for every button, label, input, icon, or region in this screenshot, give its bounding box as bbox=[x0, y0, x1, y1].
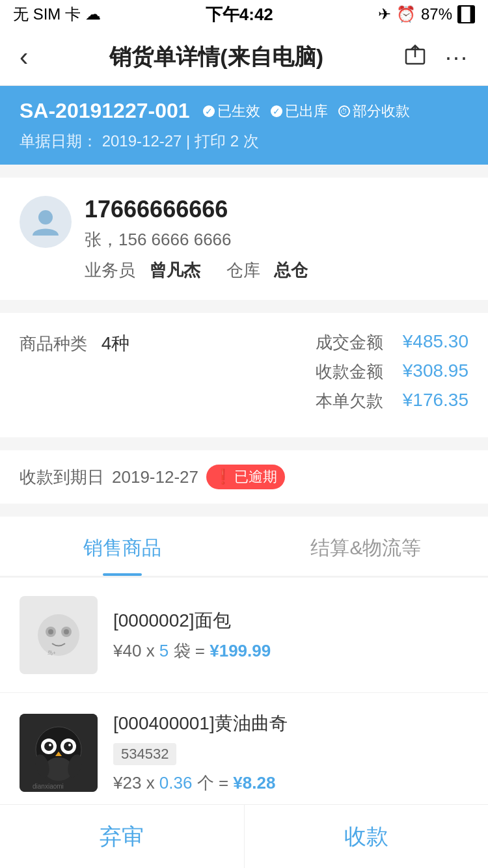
overdue-badge: ❗ 已逾期 bbox=[206, 465, 285, 489]
product-item: 鸟+ [0000002]面包 ¥40 x 5 袋 = ¥199.99 bbox=[0, 578, 488, 693]
status-badges: ✓ 已生效 ✓ 已出库 ⏱ 部分收款 bbox=[203, 102, 410, 121]
bottom-bar: 弃审 收款 bbox=[0, 804, 488, 868]
svg-point-6 bbox=[48, 629, 53, 634]
sim-label: 无 SIM 卡 ☁ bbox=[13, 4, 101, 25]
summary-row-received: 收款金额 ¥308.95 bbox=[316, 360, 468, 383]
svg-point-13 bbox=[44, 742, 53, 751]
product-item: dianxiaomi [000400001]黄油曲奇 534532 ¥23 x … bbox=[0, 693, 488, 813]
warehouse-label: 仓库 总仓 bbox=[226, 259, 308, 282]
due-date-label: 收款到期日 bbox=[20, 466, 104, 489]
battery-icon: ▉ bbox=[457, 5, 475, 23]
svg-point-15 bbox=[49, 744, 51, 746]
check-icon-1: ✓ bbox=[203, 105, 215, 117]
confirm-button[interactable]: 收款 bbox=[245, 805, 489, 868]
cancel-button[interactable]: 弃审 bbox=[0, 805, 245, 868]
svg-point-2 bbox=[38, 210, 53, 224]
share-icon[interactable] bbox=[405, 44, 426, 70]
product-tag-2: 534532 bbox=[113, 743, 176, 765]
svg-point-16 bbox=[68, 744, 71, 746]
badge-activated: ✓ 已生效 bbox=[203, 102, 260, 121]
order-id: SA-20191227-001 bbox=[20, 99, 190, 123]
tabs-container: 销售商品 结算&物流等 bbox=[0, 517, 488, 576]
due-date-section: 收款到期日 2019-12-27 ❗ 已逾期 bbox=[0, 450, 488, 504]
battery-label: 87% bbox=[421, 5, 452, 23]
tab-settlement-logistics[interactable]: 结算&物流等 bbox=[244, 517, 488, 576]
badge-shipped: ✓ 已出库 bbox=[271, 102, 328, 121]
product-info-1: [0000002]面包 ¥40 x 5 袋 = ¥199.99 bbox=[113, 608, 468, 662]
customer-section: 17666666666 张，156 6666 6666 业务员 曾凡杰 仓库 总… bbox=[0, 178, 488, 300]
back-button[interactable]: ‹ bbox=[20, 42, 28, 72]
status-left: 无 SIM 卡 ☁ bbox=[13, 4, 101, 25]
product-price-1: ¥40 x 5 袋 = ¥199.99 bbox=[113, 640, 468, 662]
status-right: ✈ ⏰ 87% ▉ bbox=[378, 5, 475, 23]
check-icon-2: ✓ bbox=[271, 105, 282, 117]
badge-partial-payment: ⏱ 部分收款 bbox=[338, 102, 410, 121]
more-icon[interactable]: ··· bbox=[445, 44, 468, 71]
product-types: 商品种类 4种 bbox=[20, 331, 129, 356]
svg-text:dianxiaomi: dianxiaomi bbox=[33, 783, 64, 790]
customer-info: 17666666666 张，156 6666 6666 业务员 曾凡杰 仓库 总… bbox=[85, 196, 468, 282]
tab-sales-products[interactable]: 销售商品 bbox=[0, 517, 244, 576]
product-price-2: ¥23 x 0.36 个 = ¥8.28 bbox=[113, 772, 468, 794]
nav-bar: ‹ 销货单详情(来自电脑) ··· bbox=[0, 29, 488, 86]
customer-name-phone: 张，156 6666 6666 bbox=[85, 228, 468, 251]
product-thumbnail-1: 鸟+ bbox=[20, 596, 98, 674]
customer-avatar bbox=[20, 196, 72, 248]
summary-amounts: 成交金额 ¥485.30 收款金额 ¥308.95 本单欠款 ¥176.35 bbox=[316, 331, 468, 419]
svg-text:鸟+: 鸟+ bbox=[47, 650, 56, 656]
customer-account-id: 17666666666 bbox=[85, 196, 468, 223]
product-thumbnail-2: dianxiaomi bbox=[20, 714, 98, 792]
status-time: 下午4:42 bbox=[206, 3, 273, 26]
product-name-2: [000400001]黄油曲奇 bbox=[113, 711, 468, 736]
svg-point-14 bbox=[64, 742, 73, 751]
product-name-1: [0000002]面包 bbox=[113, 608, 468, 633]
salesperson-label: 业务员 曾凡杰 bbox=[85, 259, 200, 282]
summary-row-debt: 本单欠款 ¥176.35 bbox=[316, 390, 468, 413]
page-title: 销货单详情(来自电脑) bbox=[109, 42, 323, 72]
order-header: SA-20191227-001 ✓ 已生效 ✓ 已出库 ⏱ 部分收款 单据日期：… bbox=[0, 86, 488, 165]
svg-point-3 bbox=[38, 614, 79, 656]
clock-icon: ⏱ bbox=[338, 105, 350, 117]
customer-meta: 业务员 曾凡杰 仓库 总仓 bbox=[85, 259, 468, 282]
product-info-2: [000400001]黄油曲奇 534532 ¥23 x 0.36 个 = ¥8… bbox=[113, 711, 468, 794]
due-date-value: 2019-12-27 bbox=[112, 467, 198, 487]
nav-actions: ··· bbox=[405, 44, 468, 71]
summary-row-deal: 成交金额 ¥485.30 bbox=[316, 331, 468, 354]
products-section: 鸟+ [0000002]面包 ¥40 x 5 袋 = ¥199.99 bbox=[0, 578, 488, 813]
summary-section: 商品种类 4种 成交金额 ¥485.30 收款金额 ¥308.95 本单欠款 ¥… bbox=[0, 313, 488, 437]
location-icon: ✈ bbox=[378, 5, 391, 23]
status-bar: 无 SIM 卡 ☁ 下午4:42 ✈ ⏰ 87% ▉ bbox=[0, 0, 488, 29]
alarm-icon: ⏰ bbox=[396, 5, 416, 23]
order-meta: 单据日期： 2019-12-27 | 打印 2 次 bbox=[20, 131, 468, 152]
overdue-icon: ❗ bbox=[214, 468, 232, 485]
svg-point-7 bbox=[64, 629, 69, 634]
